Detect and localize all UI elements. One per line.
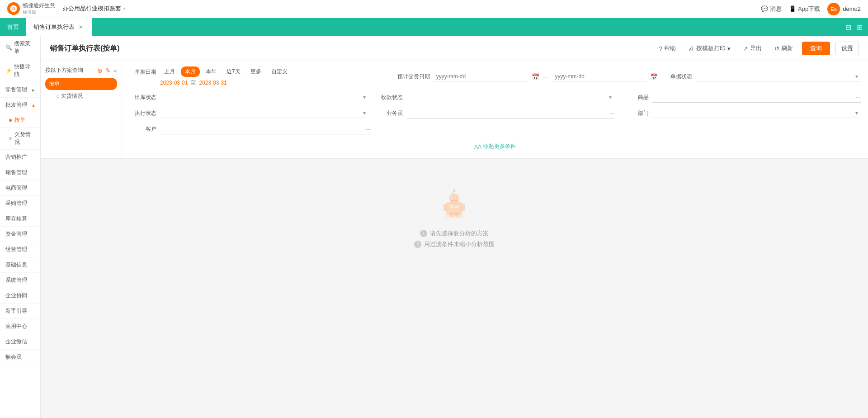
svg-rect-6 [455, 212, 459, 217]
page-header: 销售订单执行表(按单) ? 帮助 🖨 按模板打印 ▾ ↗ 导出 [41, 36, 868, 61]
user-area[interactable]: Ea demo2 [827, 3, 861, 15]
receive-status-select[interactable]: ▾ [406, 93, 615, 102]
breadcrumb-arrow-icon[interactable]: ▾ [123, 5, 126, 12]
tab-minimize-icon[interactable]: ⊟ [844, 21, 853, 33]
svg-rect-13 [455, 205, 459, 208]
date-range-to: 2023-03-31 [199, 80, 226, 86]
print-arrow-icon: ▾ [727, 45, 731, 52]
collapse-scheme-icon[interactable]: « [113, 67, 117, 74]
date-tab-thismonth[interactable]: 本月 [181, 66, 200, 77]
sidebar-sub-byorder[interactable]: 按单 [0, 113, 40, 128]
empty-hint-2: 2 用过滤条件来缩小分析范围 [414, 240, 495, 248]
sidebar-item-basic[interactable]: 基础信息 [0, 257, 40, 273]
tab-home-label: 首页 [7, 23, 19, 31]
svg-point-11 [456, 197, 457, 198]
date-label: 单据日期 [129, 66, 156, 76]
add-scheme-icon[interactable]: ⊕ [97, 67, 103, 74]
scheme-byorder-label: 按单 [49, 80, 60, 88]
expected-date-to-input[interactable] [552, 72, 647, 81]
date-range-from: 2023-03-01 [160, 80, 188, 86]
sidebar-item-retail[interactable]: 零售管理 ▸ [0, 82, 40, 98]
bill-status-select[interactable]: ▾ [696, 72, 861, 81]
salesperson-label: 业务员 [376, 109, 403, 117]
svg-point-7 [449, 194, 459, 204]
empty-illustration [436, 186, 472, 222]
sidebar-item-appstore[interactable]: 应用中心 [0, 319, 40, 334]
sidebar-item-management[interactable]: 经营管理 [0, 242, 40, 257]
sidebar-item-sales-mgmt[interactable]: 销售管理 [0, 165, 40, 180]
salesperson-field: 业务员 ··· [376, 108, 615, 119]
goods-more-icon[interactable]: ··· [855, 94, 861, 101]
empty-hint-1: 1 请先选择要分析的方案 [420, 229, 489, 238]
filter-scheme-title: 按以下方案查询 [45, 66, 83, 74]
sidebar-item-search[interactable]: 🔍 搜索菜单 [0, 36, 40, 59]
scheme-shortage[interactable]: ○ 欠货情况 [45, 90, 117, 102]
svg-point-15 [453, 190, 456, 192]
dept-field: 部门 ▾ [622, 109, 861, 118]
hint-text-2: 用过滤条件来缩小分析范围 [424, 240, 495, 248]
customer-more-icon[interactable]: ··· [365, 125, 371, 133]
filter-scheme-icons: ⊕ ✎ « [97, 67, 117, 74]
expected-date-from-calendar-icon[interactable]: 📅 [532, 73, 539, 81]
out-status-field: 出库状态 ▾ [129, 93, 368, 102]
sidebar-item-ecommerce[interactable]: 电商管理 [0, 180, 40, 196]
guide-label: 新手引导 [5, 307, 27, 315]
system-label: 系统管理 [5, 276, 27, 284]
sidebar-item-wholesale[interactable]: 批发管理 ▴ [0, 98, 40, 113]
date-tab-thisyear[interactable]: 本年 [202, 66, 221, 77]
breadcrumb-text: 办公用品行业模拟账套 [62, 5, 121, 13]
collab-label: 企业协同 [5, 292, 27, 299]
sidebar-sub-shortage[interactable]: 欠货情况 [0, 128, 40, 150]
date-tab-7days[interactable]: 近7天 [222, 66, 245, 77]
filter-row-4: 客户 ··· [129, 124, 861, 134]
inactive-dot-icon [9, 137, 12, 140]
collapse-button[interactable]: ⋀⋀ 收起更多条件 [474, 140, 516, 153]
date-tab-more[interactable]: 更多 [246, 66, 265, 77]
tab-sales[interactable]: 销售订单执行表 ✕ [26, 18, 92, 36]
sidebar-item-member[interactable]: 畅会员 [0, 350, 40, 365]
sidebar-item-marketing[interactable]: 营销推广 [0, 150, 40, 165]
help-button[interactable]: ? 帮助 [656, 43, 679, 54]
hint-num-1: 1 [420, 230, 427, 237]
exec-status-select[interactable]: ▾ [160, 109, 368, 118]
refresh-button[interactable]: ↺ 刷新 [771, 43, 797, 54]
expected-date-to-calendar-icon[interactable]: 📅 [650, 73, 658, 81]
filter-left: 按以下方案查询 ⊕ ✎ « 按单 ○ 欠货情况 [41, 61, 122, 158]
expected-date-from-input[interactable] [434, 72, 528, 81]
query-button[interactable]: 查询 [802, 42, 830, 55]
tab-close-icon[interactable]: ✕ [77, 24, 85, 31]
date-content: 上月 本月 本年 近7天 更多 自定义 2023-03-01 至 [160, 66, 292, 87]
export-label: 导出 [750, 44, 762, 52]
date-tab-custom[interactable]: 自定义 [267, 66, 292, 77]
query-label: 查询 [810, 45, 822, 52]
date-range-row: 2023-03-01 至 2023-03-31 [160, 79, 292, 87]
sidebar-item-wechat[interactable]: 企业微信 [0, 334, 40, 350]
sidebar-item-collab[interactable]: 企业协同 [0, 288, 40, 304]
shortage-label: 欠货情况 [14, 131, 35, 146]
out-status-select[interactable]: ▾ [160, 93, 368, 102]
tab-maximize-icon[interactable]: ⊞ [855, 21, 864, 33]
settings-button[interactable]: 设置 [835, 42, 859, 55]
edit-scheme-icon[interactable]: ✎ [105, 67, 111, 74]
help-icon: ? [659, 45, 662, 52]
scheme-byorder[interactable]: 按单 [45, 78, 117, 90]
sidebar-item-quick[interactable]: ⚡ 快捷导航 [0, 59, 40, 82]
sidebar-item-finance[interactable]: 资金管理 [0, 227, 40, 242]
message-button[interactable]: 💬 消息 [761, 5, 782, 13]
sidebar-item-guide[interactable]: 新手引导 [0, 304, 40, 319]
tab-home[interactable]: 首页 [0, 18, 26, 36]
app-download-button[interactable]: 📱 App下载 [789, 5, 820, 13]
dept-select[interactable]: ▾ [652, 109, 861, 118]
print-button[interactable]: 🖨 按模板打印 ▾ [685, 43, 734, 54]
appstore-label: 应用中心 [5, 323, 27, 330]
sidebar-item-inventory[interactable]: 库存核算 [0, 211, 40, 227]
sidebar-item-system[interactable]: 系统管理 [0, 273, 40, 288]
export-button[interactable]: ↗ 导出 [740, 43, 765, 54]
svg-rect-5 [450, 212, 453, 217]
exec-status-chevron-icon: ▾ [363, 110, 366, 116]
empty-state: 1 请先选择要分析的方案 2 用过滤条件来缩小分析范围 [41, 159, 868, 278]
sidebar-item-purchase[interactable]: 采购管理 [0, 196, 40, 211]
salesperson-more-icon[interactable]: ··· [609, 109, 615, 117]
date-tab-lastmonth[interactable]: 上月 [160, 66, 179, 77]
active-dot-icon [9, 119, 12, 122]
